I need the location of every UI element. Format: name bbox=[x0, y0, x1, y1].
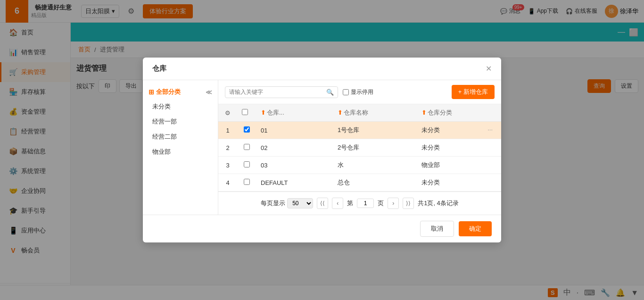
table-header-row: ⚙ ⬆仓库... ⬆仓库名称 ⬆仓库分类 bbox=[218, 104, 501, 122]
row-category: 未分类 bbox=[417, 174, 501, 192]
page-first-button[interactable]: ⟨⟨ bbox=[317, 198, 328, 209]
th-category: ⬆仓库分类 bbox=[417, 104, 501, 122]
row-index: 3 bbox=[218, 157, 237, 174]
table-row[interactable]: 3 03 水 物业部 bbox=[218, 157, 501, 174]
row-code: 03 bbox=[256, 157, 333, 174]
category-sidebar: ⊞ 全部分类 ≪ 未分类 经营一部 经营二部 物业部 bbox=[143, 80, 218, 215]
per-page-dropdown[interactable]: 50 100 bbox=[287, 198, 313, 208]
row-actions-icon[interactable]: ··· bbox=[487, 126, 493, 133]
close-icon[interactable]: ✕ bbox=[486, 64, 492, 73]
page-number-input[interactable] bbox=[357, 199, 374, 208]
table-row[interactable]: 1 01 1号仓库 未分类··· bbox=[218, 122, 501, 139]
total-info: 共1页, 4条记录 bbox=[418, 199, 459, 208]
page-prev-button[interactable]: ‹ bbox=[332, 198, 343, 209]
warehouse-table: ⚙ ⬆仓库... ⬆仓库名称 ⬆仓库分类 1 01 1号仓库 未分类··· 2 … bbox=[218, 104, 501, 192]
row-category: 物业部 bbox=[417, 157, 501, 174]
data-table: ⚙ ⬆仓库... ⬆仓库名称 ⬆仓库分类 1 01 1号仓库 未分类··· 2 … bbox=[218, 104, 501, 192]
row-name: 水 bbox=[333, 157, 417, 174]
category-item-unclassified[interactable]: 未分类 bbox=[143, 99, 218, 114]
sort-icon-name: ⬆ bbox=[338, 109, 343, 116]
warehouse-dialog: 仓库 ✕ ⊞ 全部分类 ≪ 未分类 经营一部 经营二部 物业部 bbox=[143, 58, 501, 242]
sort-icon-code: ⬆ bbox=[261, 109, 266, 116]
category-item-property[interactable]: 物业部 bbox=[143, 144, 218, 159]
row-name: 总仓 bbox=[333, 174, 417, 192]
table-area: 🔍 显示停用 + 新增仓库 ⚙ bbox=[218, 80, 501, 215]
th-name: ⬆仓库名称 bbox=[333, 104, 417, 122]
th-gear: ⚙ bbox=[218, 104, 237, 122]
search-input[interactable] bbox=[229, 89, 324, 95]
per-page-label: 每页显示 bbox=[261, 199, 285, 208]
row-name: 1号仓库 bbox=[333, 122, 417, 139]
all-categories-item[interactable]: ⊞ 全部分类 ≪ bbox=[143, 85, 218, 99]
dialog-footer: 取消 确定 bbox=[143, 215, 501, 242]
category-item-operations1[interactable]: 经营一部 bbox=[143, 114, 218, 129]
row-checkbox[interactable] bbox=[237, 139, 256, 157]
show-disabled-checkbox[interactable] bbox=[343, 89, 349, 95]
page-size-select: 每页显示 50 100 bbox=[261, 198, 313, 208]
search-input-wrap[interactable]: 🔍 bbox=[225, 86, 338, 98]
row-index: 1 bbox=[218, 122, 237, 139]
row-checkbox[interactable] bbox=[237, 157, 256, 174]
table-toolbar: 🔍 显示停用 + 新增仓库 bbox=[218, 80, 501, 104]
grid-icon: ⊞ bbox=[149, 88, 154, 96]
row-index: 4 bbox=[218, 174, 237, 192]
row-code: 02 bbox=[256, 139, 333, 157]
confirm-button[interactable]: 确定 bbox=[459, 221, 492, 236]
dialog-body: ⊞ 全部分类 ≪ 未分类 经营一部 经营二部 物业部 🔍 bbox=[143, 80, 501, 215]
cancel-button[interactable]: 取消 bbox=[420, 221, 454, 237]
page-next-button[interactable]: › bbox=[388, 198, 399, 209]
category-item-operations2[interactable]: 经营二部 bbox=[143, 129, 218, 144]
page-label-2: 页 bbox=[378, 199, 384, 208]
th-checkbox bbox=[237, 104, 256, 122]
show-disabled-text: 显示停用 bbox=[351, 88, 373, 96]
show-disabled-label[interactable]: 显示停用 bbox=[343, 88, 373, 96]
add-warehouse-button[interactable]: + 新增仓库 bbox=[452, 85, 495, 99]
row-name: 2号仓库 bbox=[333, 139, 417, 157]
row-index: 2 bbox=[218, 139, 237, 157]
dialog-header: 仓库 ✕ bbox=[143, 58, 501, 80]
page-label: 第 bbox=[347, 199, 353, 208]
select-all-checkbox[interactable] bbox=[242, 109, 248, 115]
row-category: 未分类 bbox=[417, 139, 501, 157]
row-code: DEFAULT bbox=[256, 174, 333, 192]
row-checkbox[interactable] bbox=[237, 122, 256, 139]
pagination: 每页显示 50 100 ⟨⟨ ‹ 第 页 › ⟩⟩ 共1页, 4条记录 bbox=[218, 192, 501, 215]
table-row[interactable]: 4 DEFAULT 总仓 未分类 bbox=[218, 174, 501, 192]
page-last-button[interactable]: ⟩⟩ bbox=[403, 198, 414, 209]
row-code: 01 bbox=[256, 122, 333, 139]
th-code: ⬆仓库... bbox=[256, 104, 333, 122]
row-category: 未分类··· bbox=[417, 122, 501, 139]
dialog-title: 仓库 bbox=[152, 64, 166, 73]
row-checkbox[interactable] bbox=[237, 174, 256, 192]
search-icon: 🔍 bbox=[326, 89, 334, 96]
sort-icon-category: ⬆ bbox=[421, 109, 427, 116]
collapse-icon[interactable]: ≪ bbox=[206, 89, 212, 96]
table-row[interactable]: 2 02 2号仓库 未分类 bbox=[218, 139, 501, 157]
dialog-overlay: 仓库 ✕ ⊞ 全部分类 ≪ 未分类 经营一部 经营二部 物业部 bbox=[0, 0, 644, 300]
all-categories-label: 全部分类 bbox=[156, 88, 206, 96]
